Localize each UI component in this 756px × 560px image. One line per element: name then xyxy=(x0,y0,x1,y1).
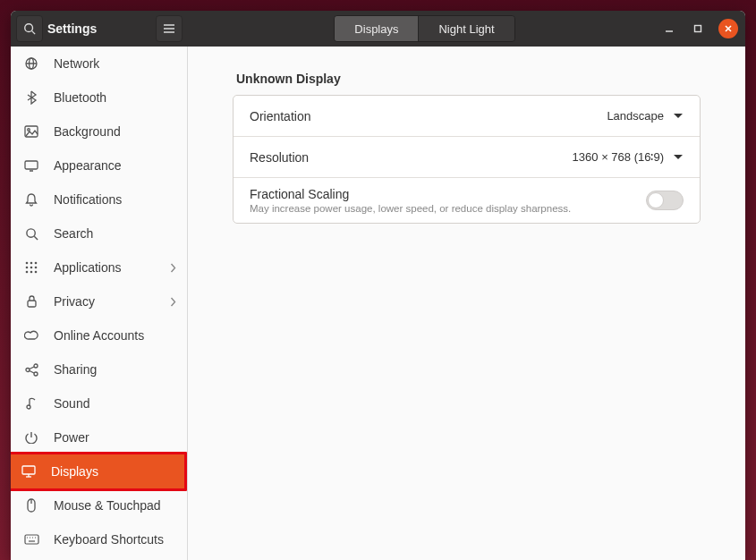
resolution-label: Resolution xyxy=(250,150,573,165)
chevron-right-icon xyxy=(170,263,176,273)
privacy-icon xyxy=(23,294,39,309)
svg-rect-14 xyxy=(25,161,38,169)
content-area: Unknown Display Orientation Landscape Re… xyxy=(188,47,745,560)
svg-line-31 xyxy=(30,367,34,369)
close-button[interactable] xyxy=(718,19,738,38)
svg-point-29 xyxy=(26,368,30,371)
sidebar-item-keyboard-shortcuts[interactable]: Keyboard Shortcuts xyxy=(11,522,187,556)
sidebar-item-label: Appearance xyxy=(54,158,176,173)
sidebar-item-label: Notifications xyxy=(54,192,176,207)
sidebar-item-label: Background xyxy=(54,124,176,139)
sidebar-item-label: Sound xyxy=(54,396,176,411)
sidebar-item-notifications[interactable]: Notifications xyxy=(11,182,187,216)
background-icon xyxy=(23,125,39,138)
sidebar-item-online-accounts[interactable]: Online Accounts xyxy=(11,318,187,352)
fractional-scaling-row: Fractional Scaling May increase power us… xyxy=(234,178,700,223)
svg-rect-34 xyxy=(22,466,35,474)
svg-point-25 xyxy=(30,271,33,274)
hamburger-icon xyxy=(163,23,175,34)
view-switcher: Displays Night Light xyxy=(334,15,514,42)
sidebar-item-network[interactable]: Network xyxy=(11,47,187,81)
fractional-scaling-switch[interactable] xyxy=(646,191,684,210)
sound-icon xyxy=(23,396,39,411)
svg-line-17 xyxy=(34,236,38,240)
orientation-value: Landscape xyxy=(607,109,664,123)
maximize-icon xyxy=(693,24,702,33)
caret-down-icon xyxy=(673,113,684,120)
fractional-scaling-label: Fractional Scaling xyxy=(250,187,646,201)
svg-point-28 xyxy=(34,364,38,368)
sidebar-item-applications[interactable]: Applications xyxy=(11,250,187,284)
maximize-button[interactable] xyxy=(690,21,706,37)
sidebar-item-displays[interactable]: Displays xyxy=(11,454,184,488)
sidebar-item-label: Power xyxy=(54,430,176,445)
svg-line-32 xyxy=(30,370,34,373)
svg-point-30 xyxy=(34,372,38,376)
orientation-label: Orientation xyxy=(250,109,607,123)
menu-button[interactable] xyxy=(156,15,183,42)
sidebar-item-label: Sharing xyxy=(54,362,176,377)
sidebar-item-appearance[interactable]: Appearance xyxy=(11,148,187,182)
sidebar-item-label: Search xyxy=(54,226,176,241)
online-accounts-icon xyxy=(23,330,39,341)
resolution-row[interactable]: Resolution 1360 × 768 (16∶9) xyxy=(234,137,700,178)
svg-point-19 xyxy=(30,262,33,265)
resolution-value: 1360 × 768 (16∶9) xyxy=(573,150,664,164)
svg-point-26 xyxy=(35,271,38,274)
sidebar-item-label: Network xyxy=(54,56,176,71)
network-icon xyxy=(23,56,39,71)
svg-point-33 xyxy=(27,405,30,409)
section-title: Unknown Display xyxy=(236,72,701,86)
svg-point-16 xyxy=(26,228,34,236)
settings-window: Settings Displays Night Light xyxy=(11,11,745,560)
mouse-icon xyxy=(23,498,39,513)
chevron-right-icon xyxy=(170,297,176,307)
display-settings-panel: Orientation Landscape Resolution 1360 × … xyxy=(233,95,701,224)
displays-icon xyxy=(21,465,37,478)
svg-point-20 xyxy=(35,262,38,265)
orientation-row[interactable]: Orientation Landscape xyxy=(234,96,700,137)
svg-point-0 xyxy=(25,24,33,32)
sharing-icon xyxy=(23,363,39,377)
svg-line-1 xyxy=(32,31,36,35)
close-icon xyxy=(724,24,733,33)
svg-point-21 xyxy=(26,267,29,269)
sidebar-item-label: Privacy xyxy=(54,294,156,309)
tab-displays[interactable]: Displays xyxy=(335,16,419,41)
sidebar-item-label: Bluetooth xyxy=(54,90,176,105)
sidebar-item-power[interactable]: Power xyxy=(11,420,187,454)
search-icon xyxy=(23,22,36,35)
svg-rect-6 xyxy=(695,26,701,32)
svg-point-18 xyxy=(26,262,29,265)
power-icon xyxy=(23,431,39,444)
svg-rect-27 xyxy=(28,301,36,307)
appearance-icon xyxy=(23,159,39,172)
svg-point-13 xyxy=(28,129,30,132)
sidebar-item-label: Displays xyxy=(51,464,174,479)
sidebar-item-search[interactable]: Search xyxy=(11,216,187,250)
sidebar[interactable]: NetworkBluetoothBackgroundAppearanceNoti… xyxy=(11,47,188,560)
sidebar-item-label: Applications xyxy=(54,260,156,275)
notifications-icon xyxy=(23,192,39,207)
search-icon xyxy=(23,227,39,241)
svg-point-23 xyxy=(35,267,38,269)
highlight-annotation: Displays xyxy=(11,452,187,491)
sidebar-item-bluetooth[interactable]: Bluetooth xyxy=(11,81,187,115)
tab-night-light[interactable]: Night Light xyxy=(419,16,514,41)
minimize-button[interactable] xyxy=(661,21,677,37)
sidebar-item-sharing[interactable]: Sharing xyxy=(11,352,187,386)
caret-down-icon xyxy=(673,154,684,161)
app-title: Settings xyxy=(47,21,150,36)
fractional-scaling-subtext: May increase power usage, lower speed, o… xyxy=(250,203,646,214)
applications-icon xyxy=(23,261,39,274)
sidebar-item-privacy[interactable]: Privacy xyxy=(11,284,187,318)
search-button[interactable] xyxy=(16,15,43,42)
bluetooth-icon xyxy=(23,90,39,105)
sidebar-item-background[interactable]: Background xyxy=(11,115,187,148)
sidebar-item-label: Mouse & Touchpad xyxy=(54,498,176,513)
sidebar-item-mouse-touchpad[interactable]: Mouse & Touchpad xyxy=(11,488,187,522)
svg-point-22 xyxy=(30,267,33,269)
sidebar-item-label: Online Accounts xyxy=(54,328,176,343)
svg-point-24 xyxy=(26,271,29,274)
sidebar-item-sound[interactable]: Sound xyxy=(11,386,187,420)
